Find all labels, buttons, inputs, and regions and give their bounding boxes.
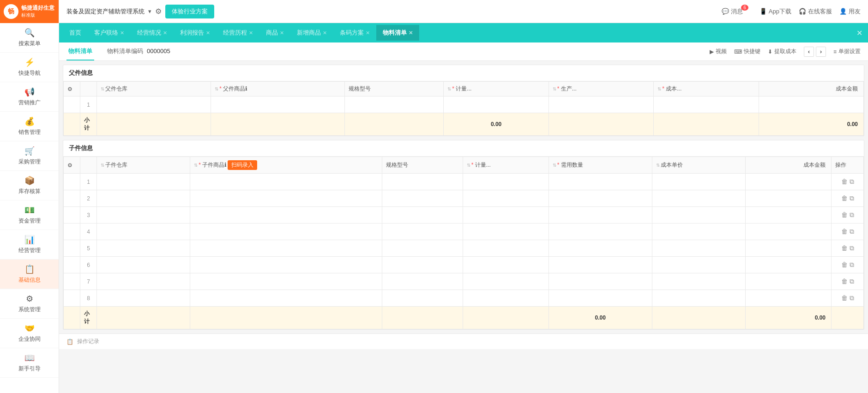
child-row2-qty[interactable]	[549, 190, 652, 207]
child-row6-product[interactable]	[190, 257, 382, 273]
child-row4-qty[interactable]	[549, 224, 652, 240]
sub-tab-material-code[interactable]: 物料清单编码 0000005	[105, 42, 172, 60]
copy-icon-row4[interactable]: ⧉	[850, 228, 854, 236]
nav-tab-close-icon[interactable]: ✕	[280, 30, 284, 36]
child-row3-price[interactable]	[652, 207, 745, 224]
child-row6-qty[interactable]	[549, 257, 652, 273]
nav-tab-经营情况[interactable]: 经营情况 ✕	[131, 25, 174, 41]
delete-icon-row2[interactable]: 🗑	[841, 194, 848, 202]
child-row6-spec[interactable]	[382, 257, 463, 273]
delete-icon-row6[interactable]: 🗑	[841, 261, 848, 269]
sidebar-item-快捷导航[interactable]: ⚡ 快捷导航	[0, 53, 59, 82]
child-row8-spec[interactable]	[382, 290, 463, 307]
child-row4-spec[interactable]	[382, 224, 463, 240]
copy-icon-row7[interactable]: ⧉	[850, 278, 854, 285]
sidebar-item-基础信息[interactable]: 📋 基础信息	[0, 260, 59, 289]
child-row8-price[interactable]	[652, 290, 745, 307]
gear-icon[interactable]: ⚙	[155, 7, 162, 16]
parent-row1-cost[interactable]	[654, 97, 759, 113]
nav-tab-close-icon[interactable]: ✕	[120, 30, 124, 36]
user-item[interactable]: 👤 用友	[839, 7, 861, 16]
nav-tab-条码方案[interactable]: 条码方案 ✕	[333, 25, 376, 41]
child-row4-warehouse[interactable]	[97, 224, 190, 240]
child-row5-product[interactable]	[190, 240, 382, 257]
child-row6-warehouse[interactable]	[97, 257, 190, 273]
online-service-item[interactable]: 🎧 在线客服	[799, 7, 832, 16]
child-row1-product[interactable]	[190, 174, 382, 190]
trial-button[interactable]: 体验行业方案	[165, 5, 214, 18]
sidebar-item-营销推广[interactable]: 📢 营销推广	[0, 82, 59, 112]
sidebar-item-库存核算[interactable]: 📦 库存核算	[0, 171, 59, 200]
child-row4-product[interactable]	[190, 224, 382, 240]
sidebar-item-资金管理[interactable]: 💵 资金管理	[0, 200, 59, 230]
nav-tab-商品[interactable]: 商品 ✕	[259, 25, 290, 41]
shortcut-action[interactable]: ⌨ 快捷键	[734, 48, 760, 55]
child-row3-warehouse[interactable]	[97, 207, 190, 224]
child-row3-unit[interactable]	[463, 207, 549, 224]
parent-row1-unit[interactable]	[444, 97, 549, 113]
copy-icon-row8[interactable]: ⧉	[850, 294, 854, 302]
child-row7-qty[interactable]	[549, 273, 652, 290]
message-item[interactable]: 💬 消息 6	[722, 7, 752, 16]
child-row5-qty[interactable]	[549, 240, 652, 257]
child-row7-price[interactable]	[652, 273, 745, 290]
child-row7-spec[interactable]	[382, 273, 463, 290]
copy-icon-row3[interactable]: ⧉	[850, 211, 854, 219]
copy-icon-row1[interactable]: ⧉	[850, 178, 854, 186]
parent-row1-warehouse[interactable]	[97, 97, 211, 113]
parent-row1-product[interactable]	[211, 97, 345, 113]
child-row8-product[interactable]	[190, 290, 382, 307]
child-row2-product[interactable]	[190, 190, 382, 207]
parent-row1-mfg[interactable]	[549, 97, 653, 113]
th-settings-child[interactable]: ⚙	[64, 157, 80, 174]
child-row7-unit[interactable]	[463, 273, 549, 290]
delete-icon-row7[interactable]: 🗑	[841, 278, 848, 285]
sub-tab-material-list[interactable]: 物料清单	[66, 42, 94, 60]
extract-cost-action[interactable]: ⬇ 提取成本	[768, 48, 796, 55]
child-row4-unit[interactable]	[463, 224, 549, 240]
nav-tab-物料清单[interactable]: 物料清单 ✕	[376, 25, 419, 41]
nav-tab-close-icon[interactable]: ✕	[163, 30, 167, 36]
delete-icon-row3[interactable]: 🗑	[841, 211, 848, 219]
child-row1-qty[interactable]	[549, 174, 652, 190]
child-row1-unit[interactable]	[463, 174, 549, 190]
child-row1-warehouse[interactable]	[97, 174, 190, 190]
copy-icon-row2[interactable]: ⧉	[850, 194, 854, 202]
next-btn[interactable]: ›	[816, 47, 826, 57]
sidebar-item-系统管理[interactable]: ⚙ 系统管理	[0, 289, 59, 319]
child-row8-warehouse[interactable]	[97, 290, 190, 307]
nav-tab-客户联络[interactable]: 客户联络 ✕	[88, 25, 131, 41]
sidebar-item-新手引导[interactable]: 📖 新手引导	[0, 348, 59, 378]
child-row3-spec[interactable]	[382, 207, 463, 224]
child-row5-unit[interactable]	[463, 240, 549, 257]
child-row6-unit[interactable]	[463, 257, 549, 273]
child-row2-spec[interactable]	[382, 190, 463, 207]
child-row1-price[interactable]	[652, 174, 745, 190]
nav-tab-close-icon[interactable]: ✕	[323, 30, 327, 36]
nav-tab-close-icon[interactable]: ✕	[409, 30, 413, 36]
parent-row1-spec[interactable]	[345, 97, 444, 113]
sidebar-item-搜索菜单[interactable]: 🔍 搜索菜单	[0, 23, 59, 53]
child-row2-unit[interactable]	[463, 190, 549, 207]
close-all-icon[interactable]: ✕	[851, 29, 868, 37]
nav-tab-close-icon[interactable]: ✕	[366, 30, 370, 36]
delete-icon-row5[interactable]: 🗑	[841, 244, 848, 252]
child-row1-spec[interactable]	[382, 174, 463, 190]
copy-icon-row6[interactable]: ⧉	[850, 261, 854, 269]
child-row7-warehouse[interactable]	[97, 273, 190, 290]
sidebar-item-经营管理[interactable]: 📊 经营管理	[0, 230, 59, 260]
nav-tab-经营历程[interactable]: 经营历程 ✕	[217, 25, 259, 41]
delete-icon-row4[interactable]: 🗑	[841, 228, 848, 236]
nav-tab-close-icon[interactable]: ✕	[206, 30, 210, 36]
nav-tab-新增商品[interactable]: 新增商品 ✕	[290, 25, 333, 41]
child-row2-price[interactable]	[652, 190, 745, 207]
dropdown-icon[interactable]: ▾	[148, 8, 151, 15]
child-row3-product[interactable]	[190, 207, 382, 224]
delete-icon-row8[interactable]: 🗑	[841, 294, 848, 302]
doc-settings-action[interactable]: ≡ 单据设置 × 您的父件、子件的成本取值可以选择【参考成本、最新进价、平均成本…	[833, 48, 861, 55]
video-action[interactable]: ▶ 视频	[710, 48, 727, 55]
child-row2-warehouse[interactable]	[97, 190, 190, 207]
th-settings-parent[interactable]: ⚙	[64, 82, 80, 97]
child-row6-price[interactable]	[652, 257, 745, 273]
copy-icon-row5[interactable]: ⧉	[850, 244, 854, 252]
